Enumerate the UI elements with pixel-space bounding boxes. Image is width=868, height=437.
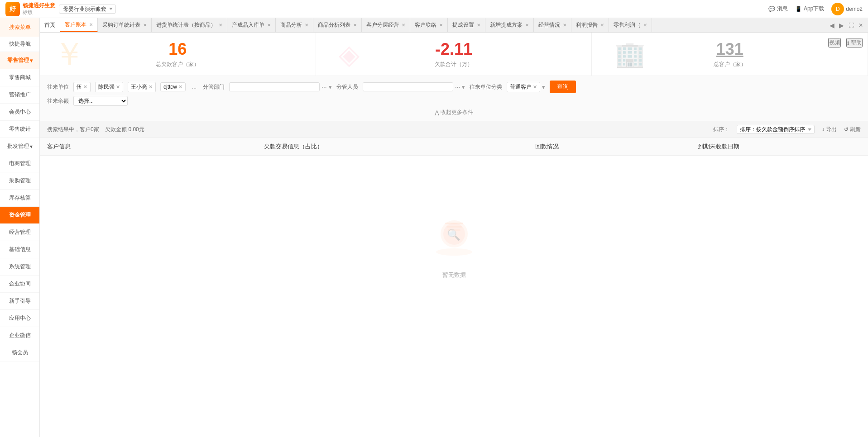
svg-point-0 (436, 248, 472, 256)
dept-dots[interactable]: ··· (321, 83, 327, 90)
user-area[interactable]: D demo2 (831, 3, 863, 15)
tab-profit-report[interactable]: 利润报告 ✕ (571, 18, 609, 32)
tab-customer-layer[interactable]: 客户分层经营 ✕ (362, 18, 410, 32)
tag-wang-close[interactable]: ✕ (149, 84, 153, 90)
sidebar-item-retail-mall[interactable]: 零售商城 (0, 69, 39, 86)
tab-close-icon-6[interactable]: ✕ (353, 23, 357, 28)
svg-rect-4 (445, 223, 463, 224)
sidebar-item-wechat[interactable]: 企业微信 (0, 327, 39, 344)
sidebar-item-inventory[interactable]: 库存核算 (0, 190, 39, 207)
tab-home[interactable]: 首页 (40, 18, 60, 32)
tab-close-icon[interactable]: ✕ (89, 22, 93, 27)
tab-next-btn[interactable]: ▶ (838, 22, 845, 29)
refresh-btn[interactable]: ↺ 刷新 (844, 126, 861, 133)
tag-chen-text: 陈民强 (98, 83, 115, 91)
remainder-select[interactable]: 选择... (73, 96, 128, 106)
tag-chen-close[interactable]: ✕ (116, 84, 120, 90)
tab-operation[interactable]: 经营情况 ✕ (534, 18, 571, 32)
tab-new-promotion[interactable]: 新增提成方案 ✕ (485, 18, 534, 32)
dept-input[interactable] (229, 82, 320, 91)
sidebar-item-batch[interactable]: 批发管理 ▾ (0, 138, 39, 155)
tab-close-all-btn[interactable]: ✕ (857, 22, 864, 28)
tab-purchase-order[interactable]: 采购订单统计表 ✕ (98, 18, 152, 32)
tab-purchase-stats[interactable]: 进货单统计表（按商品） ✕ (152, 18, 227, 32)
query-btn[interactable]: 查询 (550, 81, 576, 93)
sidebar-item-finance[interactable]: 资金管理 (0, 207, 39, 224)
tab-retail-profit[interactable]: 零售利润（ ✕ (609, 18, 652, 32)
dept-select-area: ··· ▾ (229, 82, 332, 91)
sidebar-item-enterprise[interactable]: 企业协同 (0, 276, 39, 293)
tab-close-icon-7[interactable]: ✕ (402, 23, 405, 28)
filter-tag-wu: 伍 ✕ (73, 82, 91, 92)
tag-wu-close[interactable]: ✕ (83, 84, 87, 90)
tab-product-analysis[interactable]: 商品分析 ✕ (276, 18, 313, 32)
tab-promotion-settings[interactable]: 提成设置 ✕ (448, 18, 485, 32)
filter-tag-cjttcw: cjttcw ✕ (160, 82, 186, 91)
sidebar-item-retail-stats[interactable]: 零售统计 (0, 121, 39, 138)
tab-close-icon-4[interactable]: ✕ (267, 23, 271, 28)
top-bar-left: 好 畅捷通好生意 标版 母婴行业演示账套 (5, 2, 116, 16)
tab-close-icon-9[interactable]: ✕ (477, 23, 480, 28)
sort-select[interactable]: 排序：按欠款金额倒序排序 (737, 125, 815, 134)
video-btn[interactable]: 视频 (828, 38, 841, 48)
sidebar-item-operation[interactable]: 经营管理 (0, 224, 39, 241)
tab-new-promotion-label: 新增提成方案 (490, 21, 523, 29)
sidebar-item-ecommerce[interactable]: 电商管理 (0, 155, 39, 172)
filter-more-btn[interactable]: ... (190, 83, 198, 91)
person-input[interactable] (363, 82, 453, 91)
category-select-area: 普通客户 ✕ ▾ (507, 82, 545, 92)
table-body: 🔍 暂无数据 (40, 156, 868, 337)
col-customer-info: 客户信息 (47, 142, 264, 151)
tag-category-text: 普通客户 (510, 83, 532, 91)
search-menu-btn[interactable]: 搜索菜单 (4, 22, 36, 33)
sidebar-item-purchase[interactable]: 采购管理 (0, 172, 39, 190)
tab-customer-contact[interactable]: 客户联络 ✕ (410, 18, 448, 32)
quick-nav-btn[interactable]: 快捷导航 (0, 37, 39, 52)
empty-icon: 🔍 (432, 214, 477, 267)
sidebar-item-wechat-label: 企业微信 (9, 332, 31, 338)
tab-prev-btn[interactable]: ◀ (828, 22, 836, 29)
tab-customer-cost-label: 客户账本 (65, 21, 86, 28)
chevron-up-icon: ⋀ (435, 109, 439, 116)
tab-close-icon-13[interactable]: ✕ (643, 23, 647, 28)
sidebar-item-retail[interactable]: 零售管理 ▾ (0, 52, 39, 69)
tab-close-icon-8[interactable]: ✕ (439, 23, 443, 28)
sidebar-item-marketing[interactable]: 营销推广 (0, 86, 39, 104)
tab-customer-cost[interactable]: 客户账本 ✕ (60, 18, 98, 32)
tab-close-icon-5[interactable]: ✕ (305, 23, 308, 28)
sidebar-item-purchase-label: 采购管理 (9, 177, 31, 184)
app-download-btn[interactable]: 📱 App下载 (795, 5, 824, 13)
sidebar-item-newbie-label: 新手引导 (9, 298, 31, 304)
tab-close-icon-12[interactable]: ✕ (600, 23, 604, 28)
tab-close-icon-2[interactable]: ✕ (143, 23, 147, 28)
tab-close-icon-3[interactable]: ✕ (219, 23, 222, 28)
tab-product-analysis-label: 商品分析 (280, 21, 302, 29)
sidebar-item-enterprise-label: 企业协同 (9, 280, 31, 287)
tab-product-instock[interactable]: 产成品入库单 ✕ (227, 18, 276, 32)
company-select[interactable]: 母婴行业演示账套 (59, 5, 116, 14)
person-dots[interactable]: ··· (455, 83, 460, 90)
message-label: 消息 (777, 5, 788, 13)
tag-category-close[interactable]: ✕ (533, 84, 537, 90)
sidebar-item-member2[interactable]: 畅会员 (0, 344, 39, 361)
sidebar-item-inventory-label: 库存核算 (9, 195, 31, 201)
tag-cjttcw-close[interactable]: ✕ (178, 84, 182, 90)
message-btn[interactable]: 💬 消息 (768, 5, 788, 13)
tab-close-icon-11[interactable]: ✕ (563, 23, 566, 28)
sidebar-item-system[interactable]: 系统管理 (0, 258, 39, 276)
tab-product-analysis-list[interactable]: 商品分析列表 ✕ (313, 18, 362, 32)
sidebar-item-basic[interactable]: 基础信息 (0, 241, 39, 258)
message-icon: 💬 (768, 6, 775, 12)
tag-wu-text: 伍 (77, 83, 82, 91)
sidebar-item-app-center[interactable]: 应用中心 (0, 310, 39, 327)
sidebar-item-newbie[interactable]: 新手引导 (0, 293, 39, 310)
export-btn[interactable]: ↓ 导出 (822, 126, 837, 133)
dept-label: 分管部门 (203, 83, 225, 91)
tab-expand-btn[interactable]: ⛶ (847, 22, 855, 28)
col-debt-info: 欠款交易信息（占比） (264, 142, 535, 151)
tab-close-icon-10[interactable]: ✕ (525, 23, 529, 28)
tab-purchase-stats-label: 进货单统计表（按商品） (156, 21, 216, 29)
sidebar-item-member[interactable]: 会员中心 (0, 104, 39, 121)
help-btn[interactable]: ℹ 帮助 (846, 38, 863, 48)
collapse-btn[interactable]: ⋀ 收起更多条件 (435, 109, 473, 116)
